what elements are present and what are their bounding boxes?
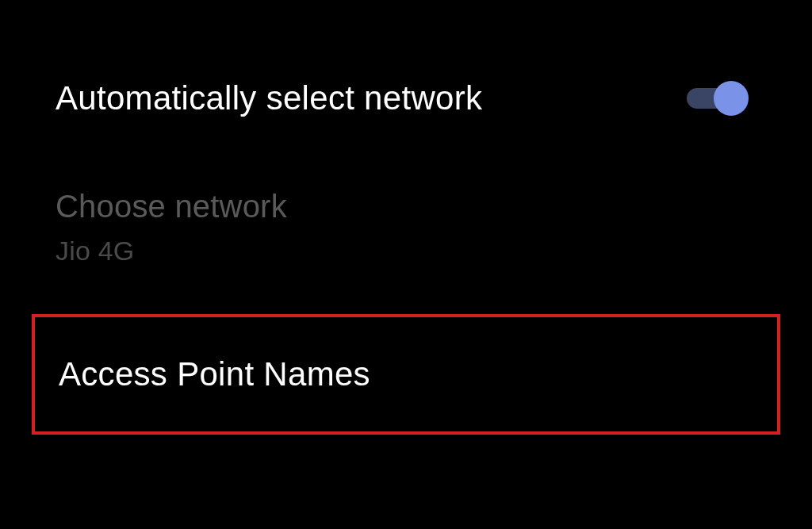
auto-select-network-row[interactable]: Automatically select network xyxy=(0,0,812,165)
auto-select-network-toggle[interactable] xyxy=(687,82,749,114)
toggle-thumb xyxy=(714,81,749,116)
access-point-names-label: Access Point Names xyxy=(59,355,370,393)
network-settings-container: Automatically select network Choose netw… xyxy=(0,0,812,435)
choose-network-label: Choose network xyxy=(56,189,812,224)
auto-select-network-label: Automatically select network xyxy=(56,79,482,117)
access-point-names-row[interactable]: Access Point Names xyxy=(32,314,780,435)
choose-network-row: Choose network Jio 4G xyxy=(0,165,812,282)
choose-network-value: Jio 4G xyxy=(56,236,812,266)
